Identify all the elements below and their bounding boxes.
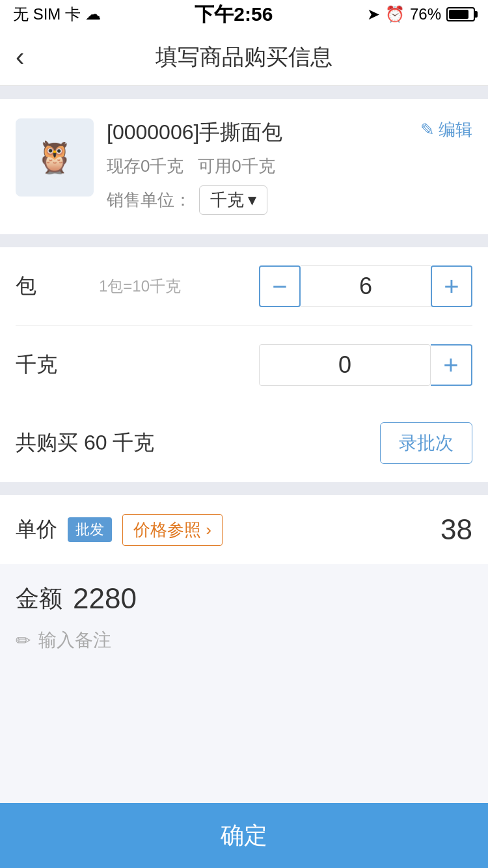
total-row: 共购买 60 千克 录批次 [0,404,488,482]
batch-button[interactable]: 录批次 [380,422,472,464]
kg-label: 千克 [16,351,94,379]
status-bar: 无 SIM 卡 ☁ 下午2:56 ➤ ⏰ 76% [0,0,488,29]
product-info: [0000006]手撕面包 现存0千克 可用0千克 销售单位： 千克 ▾ [107,118,472,215]
product-stock: 现存0千克 可用0千克 [107,155,472,178]
amount-label: 金额 [16,583,62,615]
product-logo: 🦉 [35,139,74,176]
back-button[interactable]: ‹ [16,42,24,72]
chevron-down-icon: ▾ [248,190,256,210]
amount-row: 金额 2280 [16,582,472,615]
price-section: 单价 批发 价格参照 › 38 [0,495,488,564]
kg-quantity-input[interactable] [259,344,431,386]
price-left: 单价 批发 价格参照 › [16,514,223,546]
location-icon: ➤ [367,5,380,23]
unit-select[interactable]: 千克 ▾ [199,185,267,215]
confirm-button[interactable]: 确定 [0,803,488,868]
bag-quantity-control: − + [259,265,472,307]
separator-1 [0,86,488,99]
price-label: 单价 [16,515,57,544]
edit-icon: ✎ [420,120,435,140]
pencil-icon: ✏ [16,630,31,651]
bag-decrement-button[interactable]: − [259,265,301,307]
bag-hint: 1包=10千克 [99,276,259,297]
battery-icon [446,7,475,21]
status-left: 无 SIM 卡 ☁ [13,4,101,25]
bag-quantity-input[interactable] [301,265,431,307]
amount-value: 2280 [73,582,137,615]
status-time: 下午2:56 [195,1,273,28]
separator-3 [0,482,488,495]
bag-label: 包 [16,272,94,301]
status-right: ➤ ⏰ 76% [367,5,475,23]
kg-row: 千克 + [16,326,472,404]
kg-increment-button[interactable]: + [431,344,472,386]
separator-2 [0,234,488,247]
sim-status: 无 SIM 卡 ☁ [13,4,101,25]
unit-prefix: 销售单位： [107,189,191,211]
price-value: 38 [441,513,472,546]
input-section: 包 1包=10千克 − + 千克 + [0,247,488,404]
edit-button[interactable]: ✎ 编辑 [420,118,472,141]
amount-section: 金额 2280 ✏ 输入备注 [0,564,488,668]
battery-percent: 76% [410,5,441,23]
price-tag-badge: 批发 [68,517,112,542]
alarm-icon: ⏰ [385,5,405,23]
bag-row: 包 1包=10千克 − + [16,247,472,326]
remark-text: 输入备注 [38,628,111,653]
total-text: 共购买 60 千克 [16,429,154,457]
nav-bar: ‹ 填写商品购买信息 [0,29,488,86]
kg-quantity-control: + [259,344,472,386]
bag-increment-button[interactable]: + [431,265,472,307]
page-title: 填写商品购买信息 [156,42,332,72]
price-ref-button[interactable]: 价格参照 › [122,514,223,546]
product-card: 🦉 [0000006]手撕面包 现存0千克 可用0千克 销售单位： 千克 ▾ ✎… [0,99,488,234]
product-name: [0000006]手撕面包 [107,118,472,147]
remark-row[interactable]: ✏ 输入备注 [16,628,472,668]
product-unit-row: 销售单位： 千克 ▾ [107,185,472,215]
product-image: 🦉 [16,118,94,197]
